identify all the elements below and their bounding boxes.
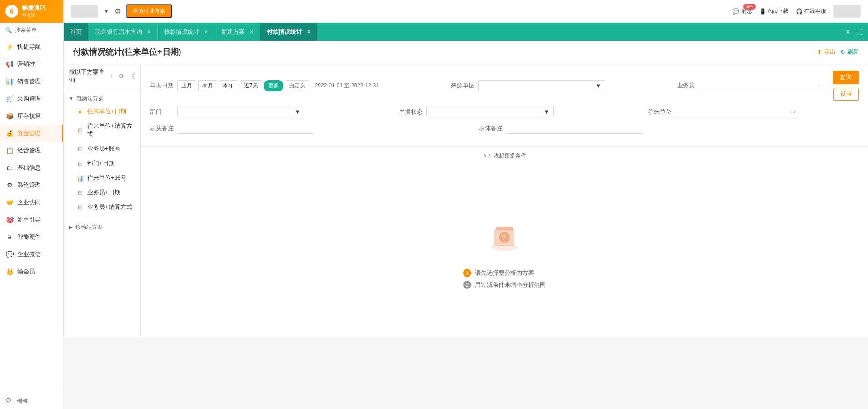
query-button[interactable]: 查询: [833, 71, 859, 84]
scheme-mobile-arrow-icon: ▶: [69, 225, 73, 230]
doc-status-select[interactable]: ▼: [426, 106, 554, 117]
scheme-settings-icon[interactable]: ⚙: [118, 72, 124, 80]
settings-button[interactable]: 设置: [833, 88, 859, 101]
tab-new-plan[interactable]: 新建方案 ✕: [215, 23, 260, 41]
body-note-input[interactable]: [506, 123, 643, 134]
trial-plan-button[interactable]: 体验行业方案: [126, 4, 172, 18]
scheme-mobile-title[interactable]: ▶ 移动端方案: [64, 222, 140, 233]
sidebar-item-sales[interactable]: 📊 销售管理: [0, 73, 63, 90]
topbar-settings-icon[interactable]: ⚙: [115, 7, 121, 15]
date-btn-this-year[interactable]: 本年: [219, 80, 238, 91]
date-btn-last-month[interactable]: 上月: [177, 80, 196, 91]
tab-close-window-icon[interactable]: ✕: [845, 28, 851, 35]
filter-scheme-wrapper: 按以下方案查询 ＋ ⚙ 《 ▼ 电脑端方案 ● 往来单位+日期: [64, 63, 868, 337]
scheme-collapse-icon[interactable]: 《: [128, 71, 135, 81]
sidebar-item-operation[interactable]: 📋 经营管理: [0, 142, 63, 159]
scheme-item-salesman-settlement[interactable]: ⊞ 业务员+结算方式: [64, 200, 140, 214]
sidebar-item-label: 企业微信: [17, 250, 41, 258]
tip-1-text: 请先选择要分析的方案: [475, 269, 534, 277]
sidebar-item-enterprise[interactable]: 🤝 企业协同: [0, 194, 63, 211]
empty-tip-1: 1 请先选择要分析的方案: [463, 269, 546, 277]
scheme-item-dept-date[interactable]: ⊞ 部门+日期: [64, 156, 140, 171]
sidebar-item-hardware[interactable]: 🖥 智能硬件: [0, 228, 63, 246]
tab-bank-flow[interactable]: 现金银行流水查询 ✕: [89, 23, 158, 41]
scheme-item-grid-icon-4: ⊞: [76, 189, 84, 196]
member-icon: 👑: [5, 268, 14, 276]
tab-home[interactable]: 首页: [64, 23, 89, 41]
dept-select[interactable]: ▼: [177, 106, 304, 117]
main-area: ▼ ⚙ 体验行业方案 💬 消息 99+ 📱 App下载 🎧 在线客服 首页: [64, 0, 868, 409]
collapse-button[interactable]: ∧∧ 收起更多条件: [483, 152, 526, 159]
sidebar-item-system[interactable]: ⚙ 系统管理: [0, 177, 63, 194]
tab-payment-stats[interactable]: 付款情况统计 ✕: [260, 23, 318, 41]
scheme-item-partner-account[interactable]: 📊 往来单位+账号: [64, 171, 140, 185]
inventory-icon: 📦: [5, 112, 14, 120]
sidebar-item-member[interactable]: 👑 畅会员: [0, 263, 63, 280]
sidebar-item-label: 资金管理: [17, 129, 41, 137]
header-note-label: 表头备注: [150, 124, 177, 132]
collapse-sidebar-icon[interactable]: ◀◀: [16, 396, 27, 404]
date-btn-custom[interactable]: 自定义: [285, 80, 309, 91]
filter-row-1: 单据日期 上月 本月 本年 近7天 更多 自定义 2022-01-01 至 20…: [150, 71, 859, 101]
scheme-item-dept-date-label: 部门+日期: [87, 159, 115, 167]
scheme-mobile-section: ▶ 移动端方案: [64, 218, 140, 237]
app-version: 标准版: [22, 12, 45, 18]
tab-window-actions: ✕ ⛶: [840, 23, 868, 41]
tab-receivables-close-icon[interactable]: ✕: [204, 29, 208, 35]
scheme-item-partner-settlement[interactable]: ⊞ 往来单位+结算方式: [64, 119, 140, 141]
sidebar-item-fund[interactable]: 💰 资金管理: [0, 125, 63, 142]
search-menu-item[interactable]: 🔍 搜索菜单: [0, 23, 63, 38]
wechat-icon: 💬: [5, 250, 14, 258]
dept-label: 部门: [150, 108, 177, 116]
scheme-item-salesman-account[interactable]: ⊞ 业务员+账号: [64, 141, 140, 156]
purchase-icon: 🛒: [5, 95, 14, 103]
tab-new-plan-close-icon[interactable]: ✕: [249, 29, 254, 35]
message-button[interactable]: 💬 消息 99+: [733, 7, 752, 15]
collapse-label: 收起更多条件: [494, 152, 526, 159]
app-logo-icon: 6: [5, 5, 18, 18]
tab-fullscreen-icon[interactable]: ⛶: [856, 28, 863, 35]
sidebar-item-inventory[interactable]: 📦 库存核算: [0, 107, 63, 125]
scheme-item-partner-account-label: 往来单位+账号: [87, 174, 126, 182]
scheme-add-icon[interactable]: ＋: [108, 72, 115, 80]
tab-receivables[interactable]: 收款情况统计 ✕: [158, 23, 215, 41]
source-select-arrow: ▼: [595, 82, 601, 89]
sidebar-item-label: 快捷导航: [17, 43, 41, 51]
date-btn-more[interactable]: 更多: [264, 80, 283, 91]
app-download-button[interactable]: 📱 App下载: [759, 7, 788, 15]
tab-bank-flow-label: 现金银行流水查询: [95, 28, 142, 36]
date-btn-7days[interactable]: 近7天: [240, 80, 262, 91]
settings-footer-icon[interactable]: ⚙: [5, 396, 12, 404]
sidebar-item-basic[interactable]: 🗂 基础信息: [0, 159, 63, 177]
sidebar-item-quick-nav[interactable]: ⚡ 快捷导航: [0, 38, 63, 56]
sidebar-item-guide[interactable]: 🎯 新手引导: [0, 211, 63, 228]
user-top-avatar[interactable]: [833, 5, 861, 18]
date-range-display: 2022-01-01 至 2022-12-31: [315, 82, 379, 90]
page-title: 付款情况统计(往来单位+日期): [73, 46, 181, 57]
tab-new-plan-label: 新建方案: [221, 28, 245, 36]
date-btn-this-month[interactable]: 本月: [198, 80, 217, 91]
export-button[interactable]: ⬆ 导出: [817, 48, 836, 56]
source-select[interactable]: ▼: [478, 80, 605, 91]
scheme-pc-title[interactable]: ▼ 电脑端方案: [64, 93, 140, 104]
scheme-item-salesman-date[interactable]: ⊞ 业务员+日期: [64, 185, 140, 200]
sidebar-item-marketing[interactable]: 📢 营销推广: [0, 56, 63, 73]
filter-row-3: 表头备注 表体备注: [150, 123, 859, 134]
online-service-label: 在线客服: [804, 7, 826, 15]
topbar-dropdown-icon[interactable]: ▼: [104, 8, 109, 15]
sidebar-item-purchase[interactable]: 🛒 采购管理: [0, 90, 63, 107]
sidebar-item-wechat[interactable]: 💬 企业微信: [0, 246, 63, 263]
sales-icon: 📊: [5, 77, 14, 86]
sidebar-item-label: 基础信息: [17, 164, 41, 172]
online-service-button[interactable]: 🎧 在线客服: [796, 7, 826, 15]
scheme-panel-header: 按以下方案查询 ＋ ⚙ 《: [64, 63, 140, 89]
refresh-button[interactable]: ↻ 刷新: [840, 48, 859, 56]
tab-bank-flow-close-icon[interactable]: ✕: [147, 29, 151, 35]
sidebar-footer: ⚙ ◀◀: [0, 391, 63, 409]
partner-select[interactable]: ···: [672, 106, 799, 117]
scheme-mobile-label: 移动端方案: [75, 223, 103, 231]
header-note-input[interactable]: [177, 123, 314, 134]
salesman-select[interactable]: ···: [700, 80, 827, 91]
tab-payment-stats-close-icon[interactable]: ✕: [307, 29, 311, 35]
scheme-item-partner-date[interactable]: ● 往来单位+日期: [64, 104, 140, 119]
